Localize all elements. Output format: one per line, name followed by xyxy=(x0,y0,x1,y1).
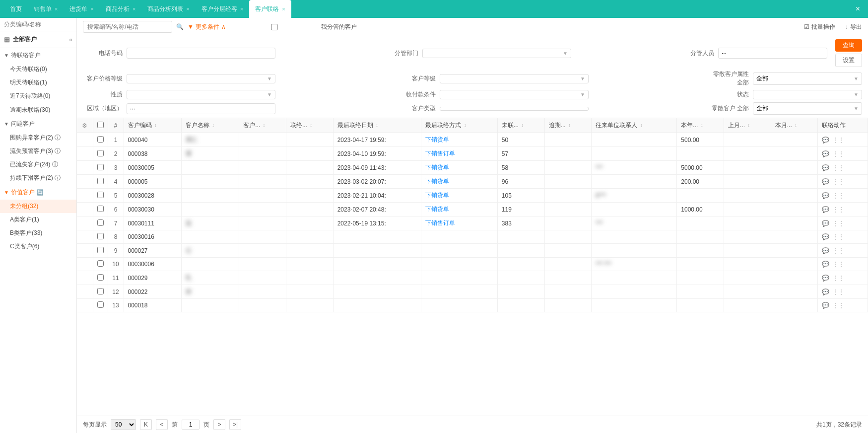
chat-icon[interactable]: 💬 xyxy=(822,233,829,240)
last-method-link[interactable]: 下销货单 xyxy=(425,206,449,213)
window-close-icon[interactable]: × xyxy=(852,4,864,13)
row-checkbox-cell[interactable] xyxy=(93,175,108,189)
nav-tab-sales[interactable]: 销售单 × xyxy=(28,0,64,18)
row-last-method[interactable] xyxy=(421,285,497,299)
table-this-month-header[interactable]: 本月... ↕ xyxy=(771,118,818,133)
customer-type-select[interactable] xyxy=(440,107,589,111)
nav-home[interactable]: 首页 xyxy=(4,5,28,13)
phone-input[interactable] xyxy=(127,48,275,59)
sidebar-item-class-a[interactable]: A类客户(1) xyxy=(0,213,76,226)
last-method-link[interactable]: 下销售订单 xyxy=(425,219,455,226)
row-checkbox-cell[interactable] xyxy=(93,161,108,175)
row-checkbox[interactable] xyxy=(97,301,104,308)
table-not-contact-header[interactable]: 未联... ↕ xyxy=(497,118,544,133)
row-checkbox[interactable] xyxy=(97,260,104,267)
sidebar-item-churn-warning[interactable]: 流失预警客户(3) ⓘ xyxy=(0,144,76,158)
close-icon[interactable]: × xyxy=(55,6,58,12)
row-last-method[interactable]: 下销售订单 xyxy=(421,216,497,230)
sidebar-item-7days[interactable]: 近7天待联络(0) xyxy=(0,89,76,103)
row-checkbox[interactable] xyxy=(97,192,104,198)
chat-icon[interactable]: 💬 xyxy=(822,261,829,268)
close-icon[interactable]: × xyxy=(282,6,285,12)
chat-icon[interactable]: 💬 xyxy=(822,247,829,254)
row-checkbox[interactable] xyxy=(97,164,104,170)
table-last-method-header[interactable]: 最后联络方式 ↕ xyxy=(421,118,497,133)
row-last-method[interactable]: 下销售订单 xyxy=(421,147,497,161)
retail-attr-select[interactable]: 全部 ▼ xyxy=(753,72,862,85)
more-icon[interactable]: ⋮⋮ xyxy=(832,233,844,240)
table-select-all-header[interactable] xyxy=(93,118,108,133)
row-last-method[interactable] xyxy=(421,244,497,258)
row-checkbox[interactable] xyxy=(97,178,104,184)
row-checkbox[interactable] xyxy=(97,274,104,281)
row-checkbox-cell[interactable] xyxy=(93,203,108,216)
row-checkbox-cell[interactable] xyxy=(93,147,108,161)
nav-tab-customer-contact[interactable]: 客户联络 × xyxy=(249,0,291,18)
sidebar-item-tomorrow[interactable]: 明天待联络(1) xyxy=(0,76,76,89)
row-checkbox[interactable] xyxy=(97,288,104,294)
row-checkbox[interactable] xyxy=(97,136,104,143)
close-icon[interactable]: × xyxy=(240,6,243,12)
search-icon[interactable]: 🔍 xyxy=(176,23,184,30)
chat-icon[interactable]: 💬 xyxy=(822,137,829,144)
row-last-method[interactable] xyxy=(421,271,497,285)
more-conditions-btn[interactable]: ▼ 更多条件 ∧ xyxy=(188,23,226,31)
sidebar-item-churned[interactable]: 已流失客户(24) ⓘ xyxy=(0,158,76,171)
chat-icon[interactable]: 💬 xyxy=(822,192,829,199)
row-last-method[interactable] xyxy=(421,299,497,312)
select-all-checkbox[interactable] xyxy=(97,122,104,128)
last-method-link[interactable]: 下销货单 xyxy=(425,164,449,171)
nav-tab-product-analysis-list[interactable]: 商品分析列表 × xyxy=(141,0,195,18)
nature-select[interactable]: ▼ xyxy=(127,90,275,99)
table-settings-header[interactable]: ⚙ xyxy=(77,118,93,133)
next-page-btn[interactable]: > xyxy=(213,419,225,430)
table-type-header[interactable]: 客户... ↕ xyxy=(239,118,286,133)
my-customers-checkbox[interactable]: 我分管的客户 xyxy=(230,23,357,31)
row-checkbox-cell[interactable] xyxy=(93,258,108,271)
my-customers-check[interactable] xyxy=(230,24,319,30)
retail-select[interactable]: 全部 ▼ xyxy=(753,102,862,115)
chat-icon[interactable]: 💬 xyxy=(822,220,829,227)
chat-icon[interactable]: 💬 xyxy=(822,150,829,157)
last-method-link[interactable]: 下销货单 xyxy=(425,136,449,143)
per-page-select[interactable]: 50 100 xyxy=(111,419,136,430)
more-icon[interactable]: ⋮⋮ xyxy=(832,261,844,268)
row-last-method[interactable]: 下销货单 xyxy=(421,203,497,216)
table-contact-header[interactable]: 联络... ↕ xyxy=(286,118,333,133)
chat-icon[interactable]: 💬 xyxy=(822,164,829,171)
region-input[interactable]: ··· xyxy=(127,103,275,114)
row-last-method[interactable]: 下销货单 xyxy=(421,189,497,203)
chat-icon[interactable]: 💬 xyxy=(822,289,829,295)
more-icon[interactable]: ⋮⋮ xyxy=(832,192,844,199)
sidebar-item-unclassified[interactable]: 未分组(32) xyxy=(0,200,76,213)
status-select[interactable]: ▼ xyxy=(753,90,862,99)
nav-tab-purchase[interactable]: 进货单 × xyxy=(64,0,99,18)
chat-icon[interactable]: 💬 xyxy=(822,275,829,282)
sidebar-item-today[interactable]: 今天待联络(0) xyxy=(0,63,76,76)
more-icon[interactable]: ⋮⋮ xyxy=(832,302,844,309)
row-checkbox-cell[interactable] xyxy=(93,285,108,299)
row-checkbox-cell[interactable] xyxy=(93,244,108,258)
chat-icon[interactable]: 💬 xyxy=(822,206,829,213)
sidebar-item-overdue[interactable]: 逾期未联络(30) xyxy=(0,103,76,117)
row-last-method[interactable]: 下销货单 xyxy=(421,175,497,189)
more-icon[interactable]: ⋮⋮ xyxy=(832,220,844,227)
sidebar-item-class-c[interactable]: C类客户(6) xyxy=(0,240,76,253)
last-method-link[interactable]: 下销货单 xyxy=(425,178,449,185)
price-level-select[interactable]: ▼ xyxy=(127,74,275,83)
last-page-btn[interactable]: >| xyxy=(229,419,241,430)
more-icon[interactable]: ⋮⋮ xyxy=(832,164,844,171)
customer-level-select[interactable]: ▼ xyxy=(440,74,589,83)
table-contacts-person-header[interactable]: 往来单位联系人 ↕ xyxy=(592,118,677,133)
dept-select[interactable]: ▼ xyxy=(422,49,571,58)
more-icon[interactable]: ⋮⋮ xyxy=(832,178,844,185)
table-this-year-header[interactable]: 本年... ↕ xyxy=(677,118,724,133)
row-checkbox-cell[interactable] xyxy=(93,299,108,312)
table-name-header[interactable]: 客户名称 ↕ xyxy=(181,118,239,133)
row-last-method[interactable]: 下销货单 xyxy=(421,161,497,175)
sidebar-section-problem[interactable]: ▼ 问题客户 xyxy=(0,117,76,131)
refresh-icon[interactable]: 🔄 xyxy=(37,189,44,196)
table-last-date-header[interactable]: 最后联络日期 ↕ xyxy=(333,118,421,133)
row-checkbox[interactable] xyxy=(97,247,104,253)
row-checkbox[interactable] xyxy=(97,206,104,212)
